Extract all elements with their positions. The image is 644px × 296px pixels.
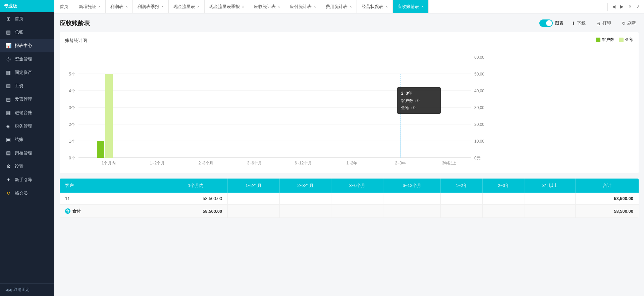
sidebar-item-tax[interactable]: ◈ 税务管理 bbox=[0, 119, 54, 133]
svg-text:3年以上: 3年以上 bbox=[442, 161, 457, 165]
sidebar-item-archive[interactable]: ▤ 归档管理 bbox=[0, 146, 54, 160]
tab-payable-stats[interactable]: 应付统计表 × bbox=[285, 0, 321, 13]
sidebar-item-guide[interactable]: ✦ 新手引导 bbox=[0, 173, 54, 187]
sidebar-item-home[interactable]: ⊞ 首页 bbox=[0, 12, 54, 26]
total-cell-m23 bbox=[279, 205, 331, 218]
refresh-button[interactable]: ↻ 刷新 bbox=[619, 19, 639, 28]
refresh-icon: ↻ bbox=[622, 21, 626, 26]
svg-text:1个: 1个 bbox=[69, 139, 75, 144]
reports-icon: 📊 bbox=[5, 43, 11, 49]
download-button[interactable]: ⬇ 下载 bbox=[569, 19, 588, 28]
chart-container: 账龄统计图 客户数 金额 0个 1个 2个 3个 bbox=[60, 32, 639, 173]
table-row: 11 58,500.00 58,500.00 bbox=[60, 193, 639, 205]
tab-receivable-aging[interactable]: 应收账龄表 × bbox=[393, 0, 429, 13]
total-cell-m612 bbox=[383, 205, 441, 218]
tab-close-icon[interactable]: × bbox=[242, 5, 244, 9]
tab-next-button[interactable]: ▶ bbox=[618, 3, 626, 11]
close-ledger-icon: ▣ bbox=[5, 137, 11, 143]
archive-icon: ▤ bbox=[5, 150, 11, 156]
tab-new-voucher[interactable]: 新增凭证 × bbox=[74, 0, 106, 13]
tab-close-icon[interactable]: × bbox=[421, 5, 424, 9]
sidebar-item-ledger[interactable]: ▤ 总账 bbox=[0, 26, 54, 39]
legend-amount: 金额 bbox=[619, 37, 633, 43]
settings-icon: ⚙ bbox=[5, 163, 11, 169]
cell-y3plus bbox=[525, 193, 575, 205]
svg-text:4个: 4个 bbox=[69, 89, 75, 93]
svg-text:60,000.00元: 60,000.00元 bbox=[474, 55, 484, 60]
home-icon: ⊞ bbox=[5, 16, 11, 22]
toggle-track[interactable] bbox=[539, 19, 553, 27]
tab-cashflow-quarter[interactable]: 现金流量表季报 × bbox=[205, 0, 249, 13]
svg-text:10,000.00元: 10,000.00元 bbox=[474, 139, 484, 144]
tab-close-icon[interactable]: × bbox=[385, 5, 388, 9]
sidebar-item-close[interactable]: ▣ 结账 bbox=[0, 133, 54, 146]
tab-operation[interactable]: 经营状况表 × bbox=[357, 0, 393, 13]
cell-m12 bbox=[228, 193, 280, 205]
tab-close-all-button[interactable]: ✕ bbox=[626, 3, 634, 11]
content-area: 应收账龄表 图表 ⬇ 下载 🖨 打印 ↻ 刷新 bbox=[54, 13, 644, 296]
tab-close-icon[interactable]: × bbox=[278, 5, 280, 9]
bar-customers-0 bbox=[97, 141, 104, 158]
col-header-m1: 1个月内 bbox=[164, 179, 228, 193]
sidebar-item-label: 新手引导 bbox=[15, 177, 32, 183]
tab-expense-stats[interactable]: 费用统计表 × bbox=[321, 0, 357, 13]
tab-close-icon[interactable]: × bbox=[314, 5, 316, 9]
sidebar-item-label: 工资 bbox=[15, 83, 23, 89]
svg-text:50,000.00元: 50,000.00元 bbox=[474, 72, 484, 77]
chart-svg: 0个 1个 2个 3个 4个 5个 0元 10,000.00元 20,000.0… bbox=[65, 47, 484, 168]
sidebar-item-label: 总账 bbox=[15, 29, 23, 35]
tab-home[interactable]: 首页 bbox=[54, 0, 74, 13]
sidebar-item-assets[interactable]: ▦ 固定资产 bbox=[0, 66, 54, 79]
tab-prev-button[interactable]: ◀ bbox=[610, 3, 618, 11]
sidebar-item-settings[interactable]: ⚙ 设置 bbox=[0, 160, 54, 173]
sidebar-item-vip[interactable]: V 畅会员 bbox=[0, 187, 54, 200]
col-header-y23: 2~3年 bbox=[483, 179, 525, 193]
chart-legend: 客户数 金额 bbox=[596, 37, 633, 43]
col-header-customer: 客户 bbox=[60, 179, 164, 193]
tab-list: 首页 新增凭证 × 利润表 × 利润表季报 × 现金流量表 × 现金流量表季报 … bbox=[54, 0, 607, 13]
tax-icon: ◈ bbox=[5, 123, 11, 129]
tab-receivable-stats[interactable]: 应收统计表 × bbox=[249, 0, 285, 13]
sidebar-item-invoice[interactable]: ▤ 发票管理 bbox=[0, 93, 54, 106]
svg-text:2~3年: 2~3年 bbox=[395, 161, 406, 165]
svg-text:2~3个月: 2~3个月 bbox=[199, 161, 213, 165]
page-title: 应收账龄表 bbox=[60, 19, 90, 27]
tab-close-icon[interactable]: × bbox=[197, 5, 200, 9]
tab-close-icon[interactable]: × bbox=[98, 5, 101, 9]
total-icon: 合 bbox=[65, 208, 70, 214]
legend-customers-dot bbox=[596, 38, 600, 42]
svg-text:6~12个月: 6~12个月 bbox=[294, 161, 312, 165]
chart-svg-wrapper: 0个 1个 2个 3个 4个 5个 0元 10,000.00元 20,000.0… bbox=[65, 47, 633, 168]
tab-profit[interactable]: 利润表 × bbox=[106, 0, 133, 13]
stock-icon: ▦ bbox=[5, 110, 11, 116]
page-header: 应收账龄表 图表 ⬇ 下载 🖨 打印 ↻ 刷新 bbox=[60, 19, 639, 28]
download-icon: ⬇ bbox=[572, 21, 575, 26]
sidebar-item-reports[interactable]: 📊 报表中心 bbox=[0, 39, 54, 52]
cell-m23 bbox=[279, 193, 331, 205]
total-cell-y23 bbox=[483, 205, 525, 218]
tab-fullscreen-button[interactable]: ⤢ bbox=[634, 3, 642, 11]
sidebar-item-label: 设置 bbox=[15, 163, 23, 169]
sidebar-item-label: 畅会员 bbox=[15, 190, 28, 196]
tab-close-icon[interactable]: × bbox=[350, 5, 352, 9]
tab-close-icon[interactable]: × bbox=[125, 5, 128, 9]
col-header-y12: 1~2年 bbox=[440, 179, 483, 193]
col-header-m12: 1~2个月 bbox=[228, 179, 280, 193]
sidebar-item-label: 归档管理 bbox=[15, 150, 32, 156]
sidebar-item-salary[interactable]: ▤ 工资 bbox=[0, 79, 54, 93]
total-cell-m1: 58,500.00 bbox=[164, 205, 228, 218]
sidebar-pin-toggle[interactable]: ◀◀ 取消固定 bbox=[0, 283, 54, 296]
tab-cashflow[interactable]: 现金流量表 × bbox=[169, 0, 205, 13]
svg-text:0个: 0个 bbox=[69, 156, 75, 160]
sidebar-item-label: 进销台账 bbox=[15, 110, 32, 116]
tab-bar: 首页 新增凭证 × 利润表 × 利润表季报 × 现金流量表 × 现金流量表季报 … bbox=[54, 0, 644, 13]
print-button[interactable]: 🖨 打印 bbox=[594, 19, 614, 28]
sidebar-item-funds[interactable]: ◎ 资金管理 bbox=[0, 52, 54, 66]
col-header-m612: 6~12个月 bbox=[383, 179, 441, 193]
tab-profit-quarter[interactable]: 利润表季报 × bbox=[133, 0, 169, 13]
invoice-icon: ▤ bbox=[5, 96, 11, 102]
chart-toggle[interactable]: 图表 bbox=[539, 19, 564, 27]
total-cell-m12 bbox=[228, 205, 280, 218]
sidebar-item-stock[interactable]: ▦ 进销台账 bbox=[0, 106, 54, 119]
tab-close-icon[interactable]: × bbox=[161, 5, 164, 9]
